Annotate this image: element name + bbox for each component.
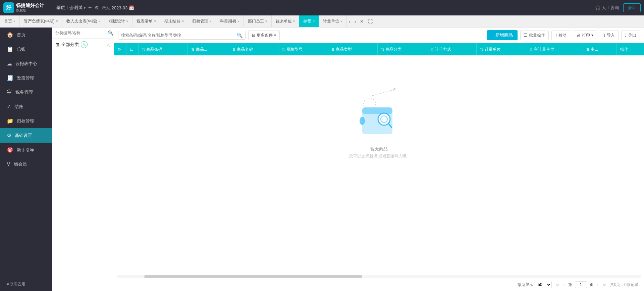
page-number-input[interactable]: [575, 281, 587, 288]
toolbar-right: + 新增商品 ☰ 批量操作 ↕ 移动 🖨 打印 ▾: [487, 30, 640, 40]
company-dropdown-icon[interactable]: ▾: [84, 6, 86, 10]
service-button[interactable]: 🎧 人工咨询: [595, 5, 619, 11]
sidebar-item-guide[interactable]: 🎯 新手引导: [0, 143, 52, 157]
tab-template-label: 模版设计: [109, 18, 125, 24]
sidebar-item-archive[interactable]: 📁 归档管理: [0, 114, 52, 128]
tab-inventory[interactable]: 存货 ×: [299, 15, 319, 28]
tab-contacts[interactable]: 往来单位 ×: [272, 15, 300, 28]
tab-income[interactable]: 收入支出表(年报) ×: [62, 15, 105, 28]
batch-icon: ☰: [524, 33, 528, 38]
right-panel: 🔍 ⊟ 更多条件 ▾ + 新增商品 ☰ 批量操作: [114, 28, 644, 291]
all-categories-item[interactable]: ⊞ 全部分类 ✎ ◁: [52, 39, 114, 51]
tab-inventory-close[interactable]: ×: [313, 19, 315, 23]
sidebar-item-ledger[interactable]: 📋 总账: [0, 42, 52, 56]
filter-chevron-icon: ▾: [274, 33, 276, 38]
archive-icon: 📁: [7, 118, 13, 124]
print-button[interactable]: 🖨 打印 ▾: [573, 31, 597, 40]
tab-subject[interactable]: 科目期初 ×: [216, 15, 244, 28]
edit-category-icon[interactable]: ✎: [81, 41, 88, 48]
th-barcode[interactable]: ⇅ 商品条码: [138, 43, 188, 55]
horizontal-scrollbar[interactable]: [117, 275, 641, 278]
sidebar-item-tax[interactable]: 🏛 税务管理: [0, 85, 52, 99]
tab-prev-button[interactable]: ‹: [347, 15, 353, 28]
move-button[interactable]: ↕ 移动: [551, 31, 570, 40]
collapse-left-panel-button[interactable]: ◁: [107, 42, 110, 47]
scroll-thumb[interactable]: [144, 275, 362, 278]
tab-period-end-label: 期末结转: [164, 18, 180, 24]
main-search-input[interactable]: [121, 33, 235, 38]
per-page-select[interactable]: 50 100 200: [535, 281, 552, 288]
tab-unit-close[interactable]: ×: [340, 19, 342, 23]
tab-period-end-close[interactable]: ×: [182, 19, 184, 23]
main-search-icon[interactable]: 🔍: [237, 33, 243, 38]
th-checkbox[interactable]: ☐: [126, 43, 138, 55]
svg-marker-0: [393, 88, 396, 91]
logo-area: 好 畅捷通好会计 旗舰版: [3, 2, 54, 13]
th-code[interactable]: ⇅ 商品...: [188, 43, 229, 55]
first-page-button[interactable]: ⊲: [554, 282, 560, 287]
th-settings[interactable]: ⚙: [114, 43, 126, 55]
th-main-unit[interactable]: ⇅ 主计量单位: [526, 43, 583, 55]
tab-income-close[interactable]: ×: [99, 19, 101, 23]
tab-home[interactable]: 首页 ×: [0, 15, 20, 28]
last-page-button[interactable]: ⊳: [602, 282, 607, 287]
th-type[interactable]: ⇅ 商品类型: [328, 43, 378, 55]
import-button[interactable]: ⤵ 导入: [600, 31, 619, 40]
calendar-icon[interactable]: 📅: [129, 5, 134, 10]
tab-dept[interactable]: 部门员工 ×: [244, 15, 272, 28]
tab-balance-sheet[interactable]: 资产负债表(中期) ×: [20, 15, 62, 28]
tab-contacts-close[interactable]: ×: [293, 19, 295, 23]
th-price-method[interactable]: ⇅ 计价方式: [427, 43, 477, 55]
account-button[interactable]: 会计: [623, 3, 641, 12]
tab-unit[interactable]: 计量单位 ×: [319, 15, 347, 28]
company-name: 基层工会测试: [56, 5, 83, 11]
next-page-button[interactable]: ›: [596, 282, 599, 287]
sidebar-item-invoice[interactable]: 🧾 发票管理: [0, 71, 52, 85]
export-label: 导出: [628, 33, 636, 38]
sidebar-item-cloud-reports[interactable]: ☁ 云报表中心: [0, 56, 52, 71]
settings-button[interactable]: ⚙: [95, 5, 99, 10]
tab-archive[interactable]: 归档管理 ×: [188, 15, 216, 28]
prev-page-button[interactable]: ‹: [562, 282, 566, 287]
empty-state: 暂无商品 您可以选择新增,或者直接导入哦~: [114, 55, 644, 186]
tab-tax-close[interactable]: ×: [154, 19, 156, 23]
sidebar-item-basic-settings[interactable]: ⚙ 基础设置: [0, 128, 52, 143]
batch-operation-button[interactable]: ☰ 批量操作: [520, 31, 549, 40]
tab-dept-close[interactable]: ×: [265, 19, 267, 23]
add-product-button[interactable]: + 新增商品: [487, 30, 518, 40]
th-name[interactable]: ⇅ 商品名称: [229, 43, 278, 55]
tab-template-close[interactable]: ×: [126, 19, 128, 23]
th-actions: 操作: [617, 43, 644, 55]
th-main-sub[interactable]: ⇅ 主...: [583, 43, 617, 55]
header-company[interactable]: 基层工会测试 ▾: [56, 5, 86, 11]
tab-template[interactable]: 模版设计 ×: [105, 15, 133, 28]
tab-expand-button[interactable]: ⛶: [366, 15, 375, 28]
filter-icon: ⊟: [252, 33, 255, 38]
th-spec[interactable]: ⇅ 规格型号: [278, 43, 328, 55]
tab-balance-close[interactable]: ×: [56, 19, 58, 23]
category-search-icon[interactable]: 🔍: [108, 30, 113, 36]
th-category[interactable]: ⇅ 商品分类: [377, 43, 427, 55]
add-tab-button[interactable]: +: [88, 4, 92, 11]
sidebar-item-home[interactable]: 🏠 首页: [0, 28, 52, 42]
tab-subject-close[interactable]: ×: [237, 19, 239, 23]
empty-illustration: [352, 86, 406, 139]
tab-tax[interactable]: 税表清单 ×: [132, 15, 160, 28]
sidebar-item-close[interactable]: ✓ 结账: [0, 99, 52, 114]
tab-next-button[interactable]: ›: [353, 15, 358, 28]
tab-home-close[interactable]: ×: [13, 19, 15, 23]
period-label: 账期: [102, 5, 110, 11]
tax-icon: 🏛: [7, 89, 12, 95]
tab-archive-close[interactable]: ×: [210, 19, 212, 23]
export-button[interactable]: ⤴ 导出: [621, 31, 640, 40]
tab-close-all-button[interactable]: ✕: [358, 15, 366, 28]
tab-period-end[interactable]: 期末结转 ×: [160, 15, 188, 28]
sidebar-item-member[interactable]: V 畅会员: [0, 157, 52, 171]
per-page-label: 每页显示: [517, 282, 533, 288]
category-search-input[interactable]: [55, 31, 106, 35]
sidebar-unpin-button[interactable]: ◄取消固定: [0, 277, 52, 291]
th-unit[interactable]: ⇅ 计量单位: [477, 43, 526, 55]
tab-income-label: 收入支出表(年报): [66, 18, 97, 24]
more-filter-button[interactable]: ⊟ 更多条件 ▾: [248, 31, 280, 40]
move-icon: ↕: [555, 33, 557, 38]
